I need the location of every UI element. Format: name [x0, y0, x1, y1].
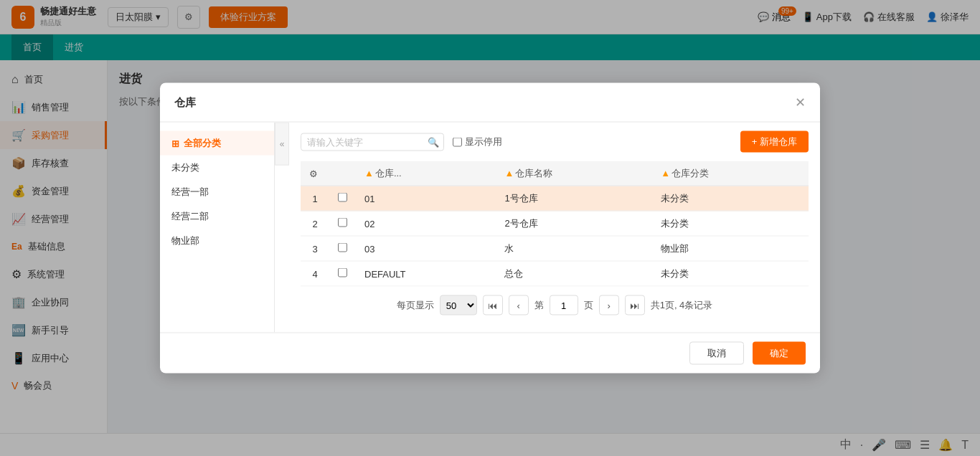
row-checkbox[interactable] — [338, 218, 347, 227]
row-actions[interactable]: 4 — [301, 261, 329, 286]
row-actions[interactable]: 1 — [301, 186, 329, 211]
table-row[interactable]: 2 02 2号仓库 未分类 — [301, 211, 809, 236]
modal-body: ⊞ 全部分类 未分类 经营一部 经营二部 物业部 « 🔍 — [160, 123, 820, 333]
modal-title: 仓库 — [174, 95, 196, 109]
row-index-label: 3 — [312, 243, 317, 254]
row-checkbox-cell[interactable] — [329, 236, 356, 261]
confirm-button[interactable]: 确定 — [753, 342, 806, 365]
col-header-category[interactable]: ▲仓库分类 — [652, 161, 809, 186]
row-checkbox-cell[interactable] — [329, 211, 356, 236]
modal-sidebar-label-dept1: 经营一部 — [171, 186, 209, 199]
col-header-gear[interactable]: ⚙ — [301, 161, 329, 186]
row-code: 01 — [356, 186, 496, 211]
row-name: 2号仓库 — [496, 211, 652, 236]
pagination: 每页显示 50 20 100 ⏮ ‹ 第 页 › ⏭ 共1页, 4条记录 — [301, 287, 809, 324]
show-disabled-checkbox[interactable] — [453, 137, 462, 146]
search-box[interactable]: 🔍 — [301, 133, 444, 151]
warehouse-modal: 仓库 ✕ ⊞ 全部分类 未分类 经营一部 经营二部 物业部 « — [160, 83, 820, 374]
modal-sidebar: ⊞ 全部分类 未分类 经营一部 经营二部 物业部 — [160, 123, 275, 333]
row-checkbox-cell[interactable] — [329, 186, 356, 211]
row-category: 未分类 — [652, 186, 809, 211]
search-icon[interactable]: 🔍 — [428, 136, 439, 147]
row-checkbox[interactable] — [338, 193, 347, 202]
row-actions[interactable]: 3 — [301, 236, 329, 261]
row-name: 1号仓库 — [496, 186, 652, 211]
modal-sidebar-item-dept2[interactable]: 经营二部 — [160, 204, 274, 229]
col-header-code[interactable]: ▲仓库... — [356, 161, 496, 186]
next-page-button[interactable]: › — [599, 295, 619, 315]
modal-header: 仓库 ✕ — [160, 83, 820, 123]
show-disabled-label-text: 显示停用 — [465, 136, 502, 148]
cancel-button[interactable]: 取消 — [689, 342, 744, 365]
modal-sidebar-label-uncat: 未分类 — [171, 161, 199, 174]
modal-sidebar-label-dept2: 经营二部 — [171, 210, 209, 223]
first-page-button[interactable]: ⏮ — [483, 295, 503, 315]
row-name: 总仓 — [496, 261, 652, 286]
modal-content: 🔍 显示停用 + 新增仓库 ⚙ ▲仓库... — [289, 123, 820, 333]
modal-sidebar-item-uncat[interactable]: 未分类 — [160, 156, 274, 180]
row-code: DEFAULT — [356, 261, 496, 286]
warehouse-table: ⚙ ▲仓库... ▲仓库名称 ▲仓库分类 — [301, 161, 809, 287]
modal-sidebar-item-all[interactable]: ⊞ 全部分类 — [160, 131, 274, 156]
page-number-input[interactable] — [550, 295, 578, 315]
collapse-sidebar-button[interactable]: « — [275, 123, 289, 166]
table-wrapper: ⚙ ▲仓库... ▲仓库名称 ▲仓库分类 — [301, 161, 809, 287]
row-category: 未分类 — [652, 261, 809, 286]
grid-icon: ⊞ — [171, 138, 179, 148]
modal-sidebar-label-all: 全部分类 — [184, 137, 221, 150]
modal-close-button[interactable]: ✕ — [795, 95, 806, 110]
show-disabled-checkbox-label[interactable]: 显示停用 — [453, 136, 502, 148]
per-page-label: 每页显示 — [397, 299, 434, 312]
row-checkbox[interactable] — [338, 243, 347, 252]
prev-page-button[interactable]: ‹ — [509, 295, 529, 315]
table-row[interactable]: 3 03 水 物业部 — [301, 236, 809, 261]
row-name: 水 — [496, 236, 652, 261]
page-summary: 共1页, 4条记录 — [651, 299, 713, 312]
row-code: 03 — [356, 236, 496, 261]
row-index-label: 1 — [312, 193, 317, 204]
page-unit: 页 — [584, 299, 593, 312]
table-row[interactable]: 1 01 1号仓库 未分类 — [301, 186, 809, 211]
modal-sidebar-item-property[interactable]: 物业部 — [160, 229, 274, 253]
page-label: 第 — [534, 299, 544, 312]
row-checkbox[interactable] — [338, 268, 347, 277]
last-page-button[interactable]: ⏭ — [625, 295, 645, 315]
table-row[interactable]: 4 DEFAULT 总仓 未分类 — [301, 261, 809, 286]
row-index-label: 4 — [312, 268, 317, 279]
row-category: 物业部 — [652, 236, 809, 261]
col-header-name[interactable]: ▲仓库名称 — [496, 161, 652, 186]
modal-sidebar-label-property: 物业部 — [171, 234, 199, 247]
row-category: 未分类 — [652, 211, 809, 236]
row-index-label: 2 — [312, 218, 317, 229]
modal-toolbar: 🔍 显示停用 + 新增仓库 — [301, 131, 809, 153]
row-actions[interactable]: 2 — [301, 211, 329, 236]
per-page-select[interactable]: 50 20 100 — [440, 295, 477, 315]
row-checkbox-cell[interactable] — [329, 261, 356, 286]
search-input[interactable] — [307, 136, 428, 147]
modal-sidebar-item-dept1[interactable]: 经营一部 — [160, 180, 274, 204]
row-code: 02 — [356, 211, 496, 236]
modal-footer: 取消 确定 — [160, 333, 820, 374]
col-header-check — [329, 161, 356, 186]
add-warehouse-button[interactable]: + 新增仓库 — [740, 131, 809, 153]
